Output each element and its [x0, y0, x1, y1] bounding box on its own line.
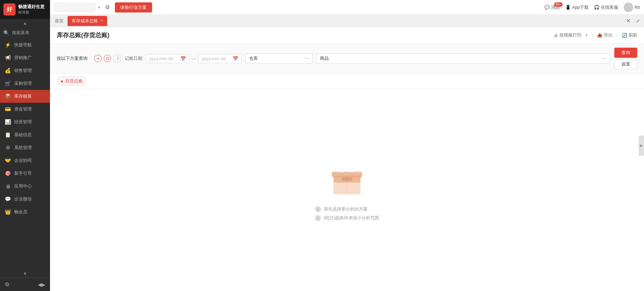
page-title: 库存总账(存货总账) [57, 31, 109, 39]
tab-bar: 首页 库存成本总账 ✕ ✕ ⤢ [50, 15, 644, 27]
date-range-group: yyyy-mm-dd 📅 — yyyy-mm-dd 📅 [146, 54, 242, 63]
sidebar-scroll-down[interactable]: ▼ [0, 269, 50, 277]
export-button[interactable]: 📤 导出 [597, 32, 613, 38]
operation-icon: 📊 [5, 119, 11, 125]
sidebar-item-sales[interactable]: 💰 销售管理 [0, 64, 50, 77]
user-avatar [624, 3, 633, 12]
breadcrumb-dropdown[interactable]: ▾ [98, 5, 100, 10]
svg-rect-3 [332, 172, 362, 177]
collapse-icon[interactable]: ◀▶ [38, 282, 45, 287]
brand-name: 畅捷通好生意 [18, 4, 45, 10]
messages-badge: 99+ [554, 2, 563, 7]
product-select[interactable]: 商品 ··· [316, 53, 610, 64]
app-download-group[interactable]: 📱 App下载 [565, 4, 589, 10]
date-end-input[interactable]: yyyy-mm-dd 📅 [198, 54, 242, 63]
cooperation-icon: 🤝 [5, 157, 11, 164]
right-panel-toggle[interactable]: ▶ [639, 136, 644, 156]
sidebar-item-member[interactable]: 👑 畅会员 [0, 205, 50, 218]
empty-state: 1 请先选择要分析的方案 2 用[过滤]条件来缩小分析范围 [50, 89, 644, 291]
appstore-icon: 🖥 [5, 184, 11, 189]
sales-icon: 💰 [5, 68, 11, 74]
export-icon: 📤 [597, 33, 602, 38]
sidebar-scroll-up[interactable]: ▲ [0, 19, 50, 27]
tip-item-1: 1 请先选择要分析的方案 [315, 206, 379, 212]
date-label: 记账日期 [125, 55, 142, 62]
refresh-button[interactable]: 🔄 刷新 [622, 32, 637, 38]
marketing-icon: 📢 [5, 55, 11, 61]
tab-label: 库存成本总账 [72, 18, 98, 24]
sidebar-item-appstore[interactable]: 🖥 应用中心 [0, 180, 50, 193]
breadcrumb [54, 3, 95, 11]
date-start-input[interactable]: yyyy-mm-dd 📅 [146, 54, 190, 63]
quick-nav-icon: ⚡ [5, 42, 11, 48]
tab-inventory-ledger[interactable]: 库存成本总账 ✕ [68, 16, 107, 26]
gear-icon: ⚙ [105, 4, 110, 10]
page-area: 库存总账(存货总账) 🖨 按模板打印 ▾ | 📤 导出 | 🔄 [50, 27, 644, 291]
top-bar-right: 💬 消息 99+ 📱 App下载 🎧 在线客服 Rit [544, 3, 640, 12]
filter-label: 按以下方案查询 [57, 55, 88, 62]
query-button[interactable]: 查询 [614, 48, 637, 58]
headset-icon: 🎧 [594, 5, 599, 10]
sidebar-item-newbie[interactable]: 🎯 新手引导 [0, 167, 50, 180]
messages-group[interactable]: 💬 消息 99+ [544, 4, 560, 10]
sidebar-logo: 好 畅捷通好生意 标准版 [0, 0, 50, 19]
topbar-settings-button[interactable]: ⚙ [103, 3, 112, 12]
sidebar-item-quick-nav[interactable]: ⚡ 快捷导航 [0, 39, 50, 51]
sidebar-item-system[interactable]: ⚙ 系统管理 [0, 141, 50, 154]
sidebar-item-label: 库存核算 [14, 93, 32, 99]
print-button[interactable]: 🖨 按模板打印 [554, 32, 581, 38]
expand-panel-icon[interactable]: ⤢ [633, 18, 643, 24]
app-download-label: App下载 [572, 4, 589, 10]
member-icon: 👑 [5, 209, 11, 215]
warehouse-select[interactable]: 仓库 ··· [245, 53, 313, 64]
tip-text-2: 用[过滤]条件来缩小分析范围 [324, 215, 379, 221]
system-icon: ⚙ [5, 145, 11, 151]
schema-label: 存货总账 [65, 78, 83, 84]
user-info[interactable]: Rit [624, 3, 640, 12]
settings-button[interactable]: 设置 [614, 59, 637, 69]
finance-icon: 💳 [5, 106, 11, 112]
schema-item[interactable]: ● 存货总账 [57, 76, 86, 86]
sidebar-item-label: 基础信息 [14, 132, 32, 138]
page-header-actions: 🖨 按模板打印 ▾ | 📤 导出 | 🔄 刷新 [554, 32, 637, 38]
edition-label: 标准版 [18, 10, 45, 15]
logo-icon: 好 [3, 3, 16, 16]
filter-collapse-button[interactable]: 《 [113, 55, 121, 62]
sidebar-item-label: 采购管理 [14, 80, 32, 87]
main-content: ▾ ⚙ 体验行业方案 💬 消息 99+ 📱 App下载 🎧 在 [50, 0, 644, 291]
sidebar-item-purchase[interactable]: 🛒 采购管理 [0, 77, 50, 90]
sidebar-item-label: 应用中心 [14, 183, 32, 189]
inventory-icon: 📦 [5, 93, 11, 99]
sidebar-search[interactable]: 🔍 搜索菜单 [0, 27, 50, 39]
sidebar-nav: ⚡ 快捷导航 📢 营销推广 💰 销售管理 🛒 采购管理 📦 库存核算 💳 [0, 39, 50, 269]
sidebar-item-cooperation[interactable]: 🤝 企业协同 [0, 154, 50, 167]
print-icon: 🖨 [554, 33, 558, 38]
print-dropdown[interactable]: ▾ [586, 33, 588, 38]
settings-icon[interactable]: ⚙ [5, 281, 9, 288]
industry-btn[interactable]: 体验行业方案 [115, 2, 152, 13]
phone-icon: 📱 [565, 5, 571, 10]
sidebar-item-inventory[interactable]: 📦 库存核算 [0, 90, 50, 103]
online-support-label: 在线客服 [601, 4, 618, 10]
tab-close-icon[interactable]: ✕ [100, 19, 103, 23]
tab-home[interactable]: 首页 [51, 16, 67, 26]
sidebar-item-operation[interactable]: 📊 经营管理 [0, 116, 50, 128]
sidebar-item-basic[interactable]: 📋 基础信息 [0, 128, 50, 141]
filter-inputs: 记账日期 yyyy-mm-dd 📅 — yyyy-mm-dd 📅 [125, 53, 610, 64]
search-icon: 🔍 [3, 30, 9, 35]
filter-manage-button[interactable]: ⊡ [104, 55, 111, 62]
sidebar-item-marketing[interactable]: 📢 营销推广 [0, 51, 50, 64]
close-panel-icon[interactable]: ✕ [623, 18, 633, 24]
purchase-icon: 🛒 [5, 80, 11, 87]
calendar-icon-end: 📅 [233, 56, 238, 61]
page-header: 库存总账(存货总账) 🖨 按模板打印 ▾ | 📤 导出 | 🔄 [50, 27, 644, 44]
online-support-group[interactable]: 🎧 在线客服 [594, 4, 618, 10]
empty-illustration [327, 159, 367, 199]
logo-text: 畅捷通好生意 标准版 [18, 4, 45, 15]
sidebar-item-label: 新手引导 [14, 170, 32, 176]
tip-item-2: 2 用[过滤]条件来缩小分析范围 [315, 215, 379, 221]
sidebar-item-wechat[interactable]: 💬 企业微信 [0, 193, 50, 205]
schema-panel: ● 存货总账 [50, 74, 644, 89]
sidebar-item-finance[interactable]: 💳 资金管理 [0, 103, 50, 116]
filter-add-button[interactable]: + [94, 55, 102, 62]
